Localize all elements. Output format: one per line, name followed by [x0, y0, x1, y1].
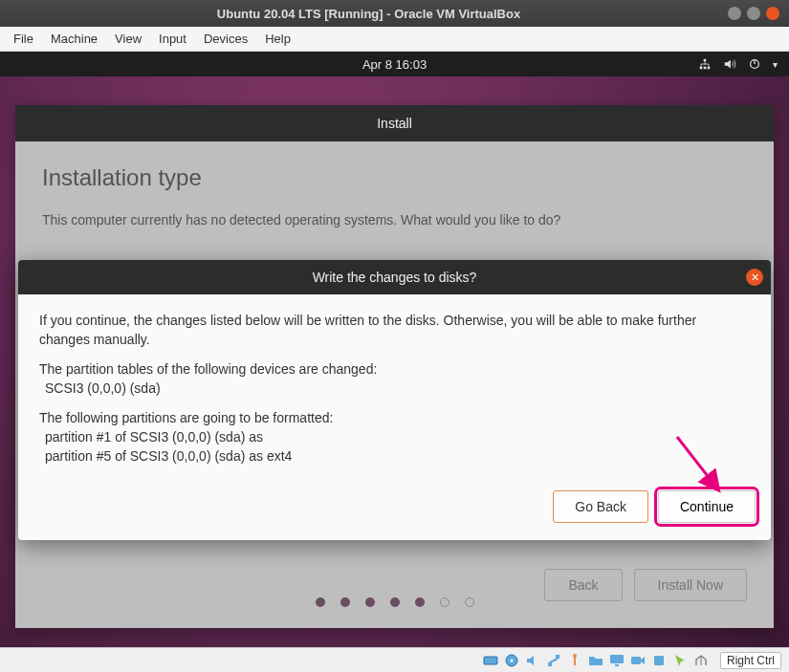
continue-button[interactable]: Continue [658, 490, 756, 523]
menu-devices[interactable]: Devices [196, 29, 255, 49]
format-item: partition #1 of SCSI3 (0,0,0) (sda) as [39, 429, 263, 444]
format-item: partition #5 of SCSI3 (0,0,0) (sda) as e… [39, 448, 292, 464]
close-icon: ✕ [751, 271, 759, 284]
installer-titlebar: Install [15, 105, 774, 141]
display-icon[interactable] [609, 653, 625, 668]
svg-rect-3 [704, 59, 707, 62]
dialog-body: If you continue, the changes listed belo… [18, 294, 771, 490]
hdd-icon[interactable] [483, 653, 498, 668]
svg-rect-10 [556, 655, 559, 659]
svg-rect-1 [704, 67, 707, 70]
optical-icon[interactable] [504, 653, 519, 668]
menu-input[interactable]: Input [151, 29, 194, 49]
svg-rect-15 [631, 657, 641, 664]
network-status-icon[interactable] [546, 653, 561, 668]
svg-rect-2 [708, 67, 711, 70]
gnome-topbar: Apr 8 16:03 ▾ [0, 52, 789, 76]
svg-rect-12 [574, 657, 576, 665]
network-icon [698, 57, 712, 71]
menu-help[interactable]: Help [257, 29, 298, 49]
audio-icon[interactable] [525, 653, 540, 668]
system-status-area[interactable]: ▾ [698, 57, 789, 71]
shared-folder-icon[interactable] [588, 653, 603, 668]
installer-title: Install [377, 116, 412, 131]
mouse-integration-icon[interactable] [672, 653, 688, 668]
clock[interactable]: Apr 8 16:03 [362, 57, 427, 72]
volume-icon [723, 57, 736, 71]
svg-rect-9 [548, 662, 552, 666]
svg-point-8 [510, 659, 513, 661]
svg-rect-14 [615, 664, 619, 666]
chevron-down-icon: ▾ [773, 59, 778, 70]
svg-rect-0 [700, 67, 703, 70]
write-changes-dialog: Write the changes to disks? ✕ If you con… [18, 260, 771, 540]
window-controls [728, 7, 779, 20]
vm-display: Apr 8 16:03 ▾ Install Installation type … [0, 52, 789, 647]
virtualbox-menubar: File Machine View Input Devices Help [0, 27, 789, 52]
go-back-button[interactable]: Go Back [553, 490, 648, 523]
virtualbox-titlebar: Ubuntu 20.04 LTS [Running] - Oracle VM V… [0, 0, 789, 27]
dialog-title: Write the changes to disks? [313, 270, 477, 285]
usb-icon[interactable] [567, 653, 582, 668]
minimize-button[interactable] [728, 7, 741, 20]
recording-icon[interactable] [630, 653, 646, 668]
cpu-icon[interactable] [651, 653, 667, 668]
partition-tables-label: The partition tables of the following de… [39, 361, 377, 377]
maximize-button[interactable] [747, 7, 760, 20]
menu-machine[interactable]: Machine [43, 29, 105, 49]
virtualbox-statusbar: Right Ctrl [0, 647, 789, 672]
svg-rect-6 [484, 657, 497, 664]
dialog-footer: Go Back Continue [18, 490, 771, 540]
menu-view[interactable]: View [107, 29, 149, 49]
power-icon [748, 57, 761, 71]
dialog-titlebar: Write the changes to disks? ✕ [18, 260, 771, 294]
svg-rect-16 [654, 656, 664, 665]
keyboard-icon[interactable] [693, 653, 709, 668]
dialog-intro: If you continue, the changes listed belo… [39, 312, 750, 349]
partition-table-item: SCSI3 (0,0,0) (sda) [39, 380, 161, 396]
host-key-indicator: Right Ctrl [720, 652, 781, 669]
menu-file[interactable]: File [6, 29, 41, 49]
vbox-window-title: Ubuntu 20.04 LTS [Running] - Oracle VM V… [10, 7, 728, 21]
svg-rect-13 [610, 655, 624, 663]
format-label: The following partitions are going to be… [39, 410, 333, 425]
close-button[interactable] [766, 7, 779, 20]
dialog-close-button[interactable]: ✕ [746, 269, 763, 286]
